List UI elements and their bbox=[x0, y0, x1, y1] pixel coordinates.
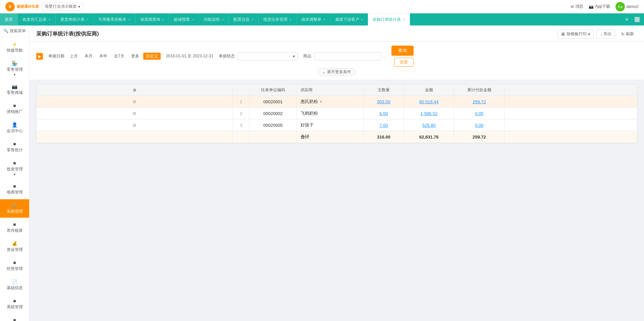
expand-more-button[interactable]: ⌄ 展开更多条件 bbox=[318, 68, 356, 76]
nav-tab-pick-task[interactable]: 拣货任务管理× bbox=[259, 13, 297, 25]
product-input-wrap: ... bbox=[314, 52, 386, 60]
settings-button[interactable]: 设置 bbox=[394, 58, 414, 67]
qty-link-2[interactable]: 7.00 bbox=[379, 123, 388, 128]
expand-more-label: 展开更多条件 bbox=[327, 69, 351, 75]
nav-tab-function-desc[interactable]: 功能说明× bbox=[199, 13, 229, 25]
sidebar-item-label-ecommerce-management: 电商管理 bbox=[7, 190, 23, 195]
footer-index-cell bbox=[233, 131, 250, 143]
print-chevron-icon: ▾ bbox=[588, 32, 590, 37]
sidebar-item-finance-management[interactable]: 💰资金管理 bbox=[1, 237, 28, 256]
table-header-supplier: 供应商 bbox=[297, 85, 364, 96]
row-supplier-0: 惠氏奶粉 ▼ bbox=[297, 96, 364, 108]
template-print-button[interactable]: 🖶 按模板打印 ▾ bbox=[557, 30, 594, 39]
top-bar-left: 6 畅捷通好生意 母婴行业演示账套 ▾ bbox=[5, 2, 83, 11]
nav-tab-receive-summary[interactable]: 收发存汇总表× bbox=[18, 13, 56, 25]
sidebar-item-retail-mall[interactable]: 📷零售商城 bbox=[1, 81, 28, 99]
product-input-dots[interactable]: ... bbox=[382, 54, 386, 59]
query-settings-col: 查询 设置 bbox=[391, 46, 414, 67]
paid-link-0[interactable]: 259.72 bbox=[473, 99, 486, 104]
last-7-days-shortcut[interactable]: 近7天 bbox=[111, 53, 127, 60]
nav-tab-order-summary[interactable]: 要货单统计表× bbox=[56, 13, 94, 25]
sidebar-item-label-wholesale-management: 批发管理 bbox=[7, 166, 23, 172]
nav-tab-close-available-stock[interactable]: × bbox=[128, 18, 130, 21]
this-year-shortcut[interactable]: 本年 bbox=[97, 53, 110, 60]
user-name: demo2 bbox=[626, 4, 639, 9]
query-button[interactable]: 查询 bbox=[391, 46, 414, 56]
nav-tab-available-stock[interactable]: 可用量库存账本× bbox=[94, 13, 136, 25]
footer-amount-cell: 62,631.76 bbox=[404, 131, 454, 143]
custom-date-badge[interactable]: 自定义 bbox=[143, 53, 161, 60]
sidebar-search-label: 搜索菜单 bbox=[10, 29, 26, 33]
nav-tab-close-invite-downstream[interactable]: × bbox=[361, 18, 363, 21]
product-input[interactable] bbox=[314, 52, 381, 60]
nav-tab-close-receive-summary[interactable]: × bbox=[49, 18, 51, 21]
message-action[interactable]: ✉ 消息 bbox=[571, 4, 583, 9]
sidebar-item-label-system-management: 系统管理 bbox=[7, 304, 23, 310]
sidebar-item-label-retail-mall: 零售商城 bbox=[7, 90, 23, 96]
nav-tab-overstock-alert[interactable]: 超储预警× bbox=[169, 13, 199, 25]
nav-tab-purchase-order-summary[interactable]: 采购订单统计表× bbox=[368, 13, 410, 25]
amount-link-0[interactable]: 60,519.44 bbox=[419, 99, 439, 104]
sidebar-item-label-operations-management: 经营管理 bbox=[7, 266, 23, 272]
nav-tab-close-pick-task[interactable]: × bbox=[289, 18, 291, 21]
nav-tab-invite-downstream[interactable]: 邀请下游客户× bbox=[330, 13, 368, 25]
nav-tab-close-function-desc[interactable]: × bbox=[222, 18, 224, 21]
filter-toggle-button[interactable]: ► bbox=[36, 53, 43, 60]
nav-maximize-icon[interactable]: ⬜ bbox=[633, 16, 641, 23]
last-month-shortcut[interactable]: 上月 bbox=[67, 53, 80, 60]
sidebar-item-member-center[interactable]: 👤会员中心 bbox=[1, 119, 28, 137]
app-download-action[interactable]: 📷 App下载 bbox=[589, 4, 610, 9]
nav-tab-home[interactable]: 首页 bbox=[0, 13, 18, 25]
nav-close-icon[interactable]: ✕ bbox=[624, 16, 630, 23]
nav-tab-close-cost-adjust[interactable]: × bbox=[323, 18, 325, 21]
row-settings-2[interactable]: ⚙ bbox=[37, 119, 233, 131]
nav-tab-label-cost-adjust: 成本调整单 bbox=[301, 17, 321, 22]
nav-tab-close-expiry-query[interactable]: × bbox=[162, 18, 164, 21]
amount-link-1[interactable]: 1,586.52 bbox=[421, 111, 438, 116]
nav-tab-close-order-summary[interactable]: × bbox=[87, 18, 89, 21]
row-supplier-2: 好孩子 bbox=[297, 119, 364, 131]
nav-tab-label-function-desc: 功能说明 bbox=[204, 17, 220, 22]
refresh-button[interactable]: ↻ 刷新 bbox=[618, 30, 637, 38]
qty-link-0[interactable]: 303.00 bbox=[377, 99, 390, 104]
status-select[interactable]: ▾ bbox=[237, 52, 298, 60]
sidebar-item-retail-management[interactable]: 🏪零售管理▼ bbox=[1, 57, 28, 80]
user-area[interactable]: Ea demo2 bbox=[615, 2, 639, 11]
sidebar-item-enterprise-collab[interactable]: ■企业协同 bbox=[1, 314, 28, 321]
sidebar-item-inventory-check[interactable]: ■库存核算 bbox=[1, 218, 28, 237]
nav-tab-close-config-info[interactable]: × bbox=[252, 18, 254, 21]
row-settings-0[interactable]: ⚙ bbox=[37, 96, 233, 108]
export-button[interactable]: ↓ 导出 bbox=[596, 30, 615, 39]
nav-tab-close-purchase-order-summary[interactable]: × bbox=[403, 18, 405, 21]
this-month-shortcut[interactable]: 本月 bbox=[82, 53, 95, 60]
sidebar-item-icon-system-management: ■ bbox=[13, 298, 16, 304]
sidebar-item-icon-inventory-check: ■ bbox=[13, 222, 16, 227]
paid-link-1[interactable]: 0.00 bbox=[475, 111, 483, 116]
table-header-settings[interactable]: ⚙ bbox=[37, 85, 233, 96]
sidebar-item-wholesale-management[interactable]: ■批发管理▼ bbox=[1, 157, 28, 179]
sidebar-item-basic-info[interactable]: 📄基础信息 bbox=[1, 276, 28, 294]
sidebar-item-ecommerce-management[interactable]: ■电商管理 bbox=[1, 180, 28, 199]
row-settings-1[interactable]: ⚙ bbox=[37, 108, 233, 119]
footer-extra-cell bbox=[504, 131, 637, 143]
sidebar-item-operations-management[interactable]: ■经营管理 bbox=[1, 257, 28, 275]
sidebar-search[interactable]: 🔍 搜索菜单 bbox=[0, 25, 29, 37]
sidebar-item-quick-nav[interactable]: ⚡快捷导航 bbox=[1, 39, 28, 57]
status-select-chevron-icon: ▾ bbox=[293, 54, 295, 59]
sidebar-item-purchase-management[interactable]: 🛒采购管理 bbox=[0, 199, 29, 218]
sidebar-item-marketing-promo[interactable]: ■营销推广 bbox=[1, 100, 28, 118]
nav-tab-cost-adjust[interactable]: 成本调整单× bbox=[297, 13, 330, 25]
status-select-value bbox=[240, 54, 252, 59]
nav-tab-config-info[interactable]: 配置信息× bbox=[229, 13, 259, 25]
qty-link-1[interactable]: 6.00 bbox=[379, 111, 388, 116]
workspace-label: 母婴行业演示账套 bbox=[45, 4, 77, 9]
sidebar-item-retail-stats[interactable]: ■零售统计 bbox=[1, 138, 28, 156]
nav-tab-close-overstock-alert[interactable]: × bbox=[192, 18, 194, 21]
footer-label-cell: 合计 bbox=[297, 131, 364, 143]
nav-tab-expiry-query[interactable]: 保质期查询× bbox=[136, 13, 169, 25]
workspace-selector[interactable]: 母婴行业演示账套 ▾ bbox=[42, 3, 83, 10]
more-shortcut[interactable]: 更多 bbox=[128, 53, 142, 60]
amount-link-2[interactable]: 525.80 bbox=[422, 123, 436, 128]
sidebar-item-system-management[interactable]: ■系统管理 bbox=[1, 295, 28, 313]
paid-link-2[interactable]: 0.00 bbox=[475, 123, 483, 128]
